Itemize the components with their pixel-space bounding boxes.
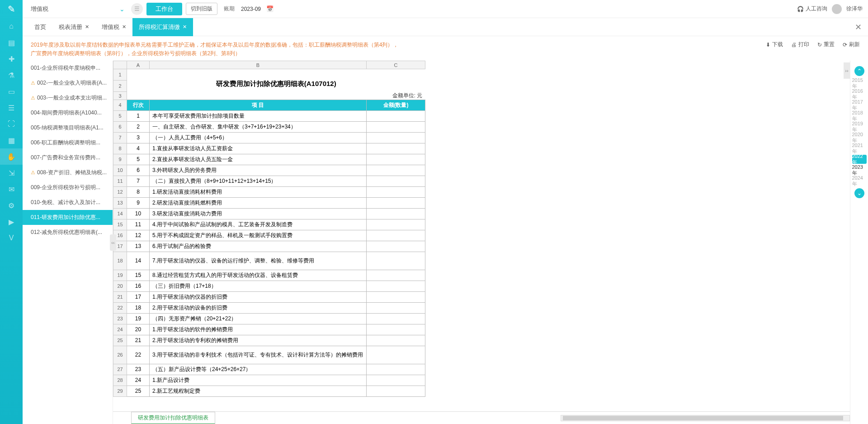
cell-amount[interactable] <box>367 281 425 291</box>
cell-rownum[interactable]: 10 <box>127 208 150 219</box>
reset-button[interactable]: ↻重置 <box>817 41 835 48</box>
cell-rownum[interactable]: 17 <box>127 291 150 302</box>
cell-rownum[interactable]: 18 <box>127 302 150 313</box>
consult-link[interactable]: 🎧 人工咨询 <box>797 5 827 13</box>
cell-rownum[interactable]: 8 <box>127 186 150 197</box>
year-2022年[interactable]: 2022年 <box>852 155 867 164</box>
workbench-button[interactable]: 工作台 <box>146 3 182 15</box>
nav-calendar-icon[interactable]: ▦ <box>0 132 23 148</box>
nav-settings-icon[interactable]: ⚙ <box>0 197 23 214</box>
year-down-icon[interactable]: ⌄ <box>854 188 864 198</box>
row-header[interactable]: 5 <box>113 110 127 121</box>
tree-item[interactable]: 009-企业所得税弥补亏损明... <box>23 180 113 195</box>
year-2023年[interactable]: 2023年 <box>852 166 867 175</box>
row-header[interactable]: 7 <box>113 132 127 143</box>
cell-item[interactable]: 2.新工艺规程制定费 <box>150 386 367 396</box>
sheet-scroll[interactable]: ›› A B C 1研发费用加计扣除优惠明细表(A107012) 2 3金额单位… <box>113 61 850 411</box>
row-header[interactable]: 12 <box>113 186 127 197</box>
cell-item[interactable]: 2.研发活动直接消耗燃料费用 <box>150 197 367 208</box>
tree-item[interactable]: 006-职工薪酬纳税调整明细... <box>23 135 113 150</box>
cell-item[interactable]: （五）新产品设计费等（24+25+26+27） <box>150 364 367 375</box>
tree-item[interactable]: 011-研发费用加计扣除优惠... <box>23 210 113 225</box>
download-button[interactable]: ⬇下载 <box>766 41 783 48</box>
cell-item[interactable]: 2.用于研发活动的专利权的摊销费用 <box>150 335 367 346</box>
cell-item[interactable]: 1.新产品设计费 <box>150 375 367 386</box>
cell-amount[interactable] <box>367 346 425 364</box>
row-header[interactable]: 3 <box>113 92 127 100</box>
cell-item[interactable]: （一）人员人工费用（4+5+6） <box>150 132 367 143</box>
print-button[interactable]: 🖨打印 <box>791 41 809 48</box>
row-header[interactable]: 10 <box>113 165 127 176</box>
row-header[interactable]: 11 <box>113 176 127 186</box>
year-2019年[interactable]: 2019年 <box>852 122 867 131</box>
nav-chart-icon[interactable]: ✚ <box>0 51 23 67</box>
cell-rownum[interactable]: 15 <box>127 270 150 281</box>
cell-item[interactable]: 1.用于研发活动的仪器的折旧费 <box>150 291 367 302</box>
close-icon[interactable]: ✕ <box>183 24 187 30</box>
year-up-icon[interactable]: ⌃ <box>854 66 864 76</box>
h-scrollbar[interactable] <box>561 415 850 421</box>
cell-item[interactable]: （二）直接投入费用（8+9+10+11+12+13+14+15） <box>150 176 367 186</box>
tree-item[interactable]: 004-期间费用明细表(A1040... <box>23 105 113 120</box>
row-header[interactable]: 9 <box>113 154 127 165</box>
cell-amount[interactable] <box>367 364 425 375</box>
cell-rownum[interactable]: 5 <box>127 154 150 165</box>
cell-amount[interactable] <box>367 324 425 335</box>
cell-amount[interactable] <box>367 208 425 219</box>
year-2021年[interactable]: 2021年 <box>852 144 867 153</box>
row-header[interactable]: 29 <box>113 386 127 396</box>
nav-play-icon[interactable]: ▶ <box>0 214 23 230</box>
cell-rownum[interactable]: 16 <box>127 281 150 291</box>
cell-amount[interactable] <box>367 335 425 346</box>
nav-clip-icon[interactable]: ▭ <box>0 83 23 100</box>
tree-item[interactable]: 010-免税、减计收入及加计... <box>23 195 113 210</box>
nav-doc-icon[interactable]: ▤ <box>0 34 23 51</box>
nav-tshirt-icon[interactable]: ⛶ <box>0 116 23 132</box>
row-header[interactable]: 26 <box>113 346 127 364</box>
cell-item[interactable]: （三）折旧费用（17+18） <box>150 281 367 291</box>
cell-amount[interactable] <box>367 165 425 176</box>
cell-rownum[interactable]: 21 <box>127 335 150 346</box>
cell-amount[interactable] <box>367 230 425 241</box>
cell-item[interactable]: 3.外聘研发人员的劳务费用 <box>150 165 367 176</box>
row-header[interactable]: 18 <box>113 252 127 270</box>
expand-handle[interactable]: ›› <box>844 62 850 79</box>
doc-icon[interactable]: ☰ <box>131 3 143 15</box>
row-header[interactable]: 23 <box>113 313 127 324</box>
cell-rownum[interactable]: 25 <box>127 386 150 396</box>
cell-item[interactable]: 2.直接从事研发活动人员五险一金 <box>150 154 367 165</box>
year-2024年[interactable]: 2024年 <box>852 176 867 186</box>
cell-rownum[interactable]: 14 <box>127 252 150 270</box>
nav-export-icon[interactable]: ⇲ <box>0 165 23 181</box>
col-header[interactable]: A <box>127 61 150 69</box>
row-header[interactable]: 28 <box>113 375 127 386</box>
cell-rownum[interactable]: 19 <box>127 313 150 324</box>
cell-rownum[interactable]: 4 <box>127 143 150 154</box>
tree-item[interactable]: ⚠002-一般企业收入明细表(A... <box>23 76 113 91</box>
cell-amount[interactable] <box>367 291 425 302</box>
row-header[interactable]: 24 <box>113 324 127 335</box>
col-header[interactable]: C <box>367 61 425 69</box>
cell-amount[interactable] <box>367 241 425 252</box>
cell-rownum[interactable]: 1 <box>127 110 150 121</box>
row-header[interactable]: 1 <box>113 69 127 81</box>
cell-rownum[interactable]: 7 <box>127 176 150 186</box>
tree-item[interactable]: 007-广告费和业务宣传费跨... <box>23 150 113 165</box>
cell-rownum[interactable]: 9 <box>127 197 150 208</box>
year-2015年[interactable]: 2015年 <box>852 79 867 88</box>
tree-item[interactable]: ⚠008-资产折旧、摊销及纳税... <box>23 165 113 180</box>
tree-item[interactable]: 005-纳税调整项目明细表(A1... <box>23 120 113 135</box>
cell-amount[interactable] <box>367 302 425 313</box>
tree-item[interactable]: ⚠003-一般企业成本支出明细... <box>23 91 113 105</box>
cell-item[interactable]: 1.研发活动直接消耗材料费用 <box>150 186 367 197</box>
cell-amount[interactable] <box>367 110 425 121</box>
nav-form-icon[interactable]: ☰ <box>0 100 23 116</box>
cell-amount[interactable] <box>367 219 425 230</box>
cell-amount[interactable] <box>367 197 425 208</box>
sheet-tab[interactable]: 研发费用加计扣除优惠明细表 <box>131 412 215 424</box>
cell-item[interactable]: 8.通过经营租赁方式租入的用于研发活动的仪器、设备租赁费 <box>150 270 367 281</box>
cell-rownum[interactable]: 3 <box>127 132 150 143</box>
row-header[interactable]: 20 <box>113 281 127 291</box>
cell-item[interactable]: 5.用于不构成固定资产的样品、样机及一般测试手段购置费 <box>150 230 367 241</box>
nav-inbox-icon[interactable]: ✉ <box>0 181 23 197</box>
